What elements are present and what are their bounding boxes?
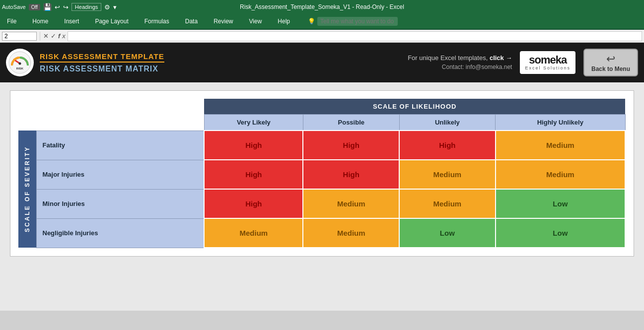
headings-toggle[interactable]: Headings (72, 3, 101, 11)
risk-cell: Medium (204, 218, 303, 248)
confirm-formula-icon[interactable]: ✓ (51, 32, 56, 40)
risk-cell: High (204, 160, 303, 189)
main-area: SCALE OF LIKELIHOOD Very Likely Possible… (0, 82, 644, 311)
risk-cell: Medium (399, 189, 496, 218)
header-title-top: RISK ASSESSMENT TEMPLATE (40, 52, 164, 63)
risk-cell: Medium (496, 131, 625, 160)
scale-of-severity-label: SCALE OF SEVERITY (18, 131, 36, 248)
save-icon[interactable]: 💾 (43, 3, 52, 11)
logo-circle: RISK (6, 49, 34, 76)
tab-view[interactable]: View (246, 16, 265, 27)
someka-logo: someka Excel Solutions (520, 51, 575, 74)
formula-input[interactable] (68, 31, 642, 41)
svg-text:RISK: RISK (16, 67, 24, 70)
risk-matrix-container: SCALE OF LIKELIHOOD Very Likely Possible… (10, 90, 634, 257)
filter-icon[interactable]: ⚙ (104, 3, 110, 11)
severity-row-label: Negligible Injuries (36, 218, 204, 248)
contact-email: Contact: info@someka.net (408, 64, 512, 70)
corner-empty (18, 99, 204, 115)
col-header-possible: Possible (303, 115, 399, 131)
undo-icon[interactable]: ↩ (55, 3, 60, 11)
tab-file[interactable]: File (4, 16, 19, 27)
col-header-highly-unlikely: Highly Unlikely (496, 115, 625, 131)
risk-cell: Medium (496, 160, 625, 189)
header-title-bottom: RISK ASSESSMENT MATRIX (40, 65, 164, 73)
tab-home[interactable]: Home (29, 16, 51, 27)
autosave-toggle[interactable]: Off (29, 4, 40, 10)
risk-cell: High (399, 131, 496, 160)
header-contact: For unique Excel templates, click → Cont… (408, 54, 512, 70)
table-row: SCALE OF SEVERITYFatalityHighHighHighMed… (18, 131, 625, 160)
risk-cell: Medium (303, 189, 399, 218)
cancel-formula-icon[interactable]: ✕ (43, 32, 49, 40)
back-arrow-icon: ↩ (606, 53, 615, 66)
redo-icon[interactable]: ↪ (63, 3, 69, 11)
tab-insert[interactable]: Insert (61, 16, 82, 27)
table-row: Major InjuriesHighHighMediumMedium (18, 160, 625, 189)
risk-cell: High (303, 131, 399, 160)
col-header-unlikely: Unlikely (399, 115, 496, 131)
back-to-menu-label: Back to Menu (591, 66, 630, 72)
gauge-icon: RISK (8, 51, 32, 74)
click-link[interactable]: click → (490, 54, 512, 62)
risk-cell: Low (399, 218, 496, 248)
risk-cell: Low (496, 189, 625, 218)
risk-cell: Medium (399, 160, 496, 189)
svg-point-1 (19, 63, 21, 65)
risk-cell: High (204, 189, 303, 218)
tab-page-layout[interactable]: Page Layout (92, 16, 131, 27)
someka-logo-sub: Excel Solutions (525, 66, 571, 71)
risk-matrix-table: SCALE OF LIKELIHOOD Very Likely Possible… (18, 99, 626, 248)
lightbulb-icon: 💡 (308, 18, 315, 25)
risk-cell: Medium (303, 218, 399, 248)
name-box[interactable] (2, 32, 37, 41)
tab-help[interactable]: Help (275, 16, 293, 27)
severity-row-label: Fatality (36, 131, 204, 160)
formula-separator (40, 32, 40, 41)
tab-formulas[interactable]: Formulas (142, 16, 172, 27)
table-row: Minor InjuriesHighMediumMediumLow (18, 189, 625, 218)
severity-row-label: Major Injuries (36, 160, 204, 189)
click-text: For unique Excel templates, (408, 54, 488, 62)
risk-cell: High (204, 131, 303, 160)
col-header-very-likely: Very Likely (204, 115, 303, 131)
header-titles: RISK ASSESSMENT TEMPLATE RISK ASSESSMENT… (40, 52, 164, 73)
more-icon[interactable]: ▾ (113, 3, 117, 11)
someka-logo-text: someka (529, 54, 567, 66)
tell-me-area[interactable]: 💡 (308, 17, 398, 26)
tab-data[interactable]: Data (182, 16, 201, 27)
fx-label: x (62, 32, 66, 40)
scale-of-likelihood-header: SCALE OF LIKELIHOOD (204, 99, 625, 115)
tab-review[interactable]: Review (211, 16, 236, 27)
risk-cell: High (303, 160, 399, 189)
window-title: Risk_Assessment_Template_Someka_V1 - Rea… (240, 3, 404, 10)
formula-icons: ✕ ✓ f x (43, 32, 66, 40)
back-to-menu-button[interactable]: ↩ Back to Menu (583, 49, 638, 76)
autosave-label: AutoSave (2, 4, 26, 10)
insert-function-icon[interactable]: f (58, 32, 60, 40)
table-row: Negligible InjuriesMediumMediumLowLow (18, 218, 625, 248)
header-left: RISK RISK ASSESSMENT TEMPLATE RISK ASSES… (6, 49, 164, 76)
risk-cell: Low (496, 218, 625, 248)
severity-row-label: Minor Injuries (36, 189, 204, 218)
header-right: For unique Excel templates, click → Cont… (408, 49, 638, 76)
tell-me-input[interactable] (317, 17, 398, 26)
corner-empty-2 (18, 115, 204, 131)
